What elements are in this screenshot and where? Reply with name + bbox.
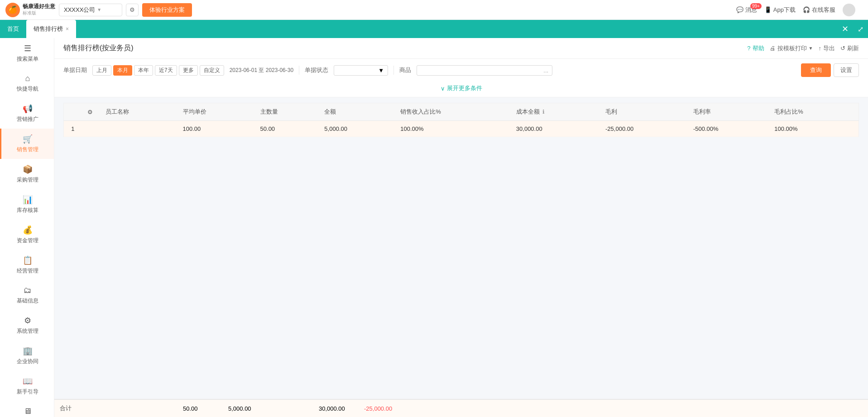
date-buttons: 上月本月本年近7天更多自定义 — [92, 65, 224, 76]
sidebar-icon-5: 📊 — [23, 195, 33, 205]
sidebar-label-1: 快捷导航 — [17, 85, 38, 93]
filter-divider2 — [393, 66, 394, 75]
export-button[interactable]: ↑ 导出 — [819, 44, 835, 53]
total-header: 全额 — [319, 103, 395, 121]
date-btn-更多[interactable]: 更多 — [179, 65, 198, 76]
rank-header — [64, 103, 82, 121]
sidebar-label-8: 基础信息 — [17, 297, 38, 305]
date-range: 2023-06-01 至 2023-06-30 — [230, 67, 293, 74]
sidebar-label-7: 经营管理 — [17, 267, 38, 275]
sidebar-item-6[interactable]: 💰资金管理 — [0, 220, 54, 250]
status-select[interactable]: ▼ — [334, 65, 388, 76]
window-close-button[interactable]: ✕ — [837, 20, 853, 38]
chevron-down-icon: ▼ — [809, 46, 813, 51]
chevron-down-icon: ∨ — [441, 85, 445, 92]
employee-header: 员工名称 — [100, 103, 177, 121]
template-print-button[interactable]: 🖨 按模板打印 ▼ — [770, 44, 813, 53]
table-container: ⚙ 员工名称 平均单价 主数量 全额 销售收入占比% 成本全额 ℹ 毛利 毛利率… — [54, 97, 868, 399]
goods-filter-label: 商品 — [399, 66, 411, 74]
footer-employee — [87, 405, 132, 412]
sales-pct-header: 销售收入占比% — [395, 103, 511, 121]
message-icon: 💬 — [736, 6, 743, 13]
export-label: 导出 — [823, 44, 835, 53]
avg-price-cell: 100.00 — [177, 121, 255, 137]
logo-icon: 🍊 — [5, 3, 20, 17]
footer-main-qty: 50.00 — [177, 405, 223, 412]
date-btn-本年[interactable]: 本年 — [134, 65, 153, 76]
logo-text: 畅康通好生意 标准版 — [23, 3, 55, 16]
page-header: 销售排行榜(按业务员) ? 帮助 🖨 按模板打印 ▼ ↑ 导出 ↺ 刷新 — [54, 38, 868, 59]
expand-conditions-button[interactable]: ∨ 展开更多条件 — [441, 84, 482, 92]
sidebar-item-5[interactable]: 📊库存核算 — [0, 189, 54, 220]
sidebar-item-10[interactable]: 🏢企业协同 — [0, 340, 54, 371]
date-btn-近7天[interactable]: 近7天 — [155, 65, 177, 76]
cost-info-icon[interactable]: ℹ — [542, 109, 545, 115]
chevron-down-icon: ▼ — [97, 7, 101, 12]
window-expand-button[interactable]: ⤢ — [853, 25, 868, 34]
logo-sub: 标准版 — [23, 10, 55, 16]
sidebar-icon-0: ☰ — [24, 43, 31, 53]
company-selector[interactable]: XXXXX公司 ▼ — [59, 4, 122, 16]
trial-button[interactable]: 体验行业方案 — [142, 3, 192, 17]
sidebar-item-4[interactable]: 📦采购管理 — [0, 159, 54, 189]
select-arrow-icon: ▼ — [378, 67, 384, 74]
sidebar-icon-8: 🗂 — [24, 286, 32, 295]
sidebar-item-7[interactable]: 📋经营管理 — [0, 250, 54, 280]
tab-home[interactable]: 首页 — [0, 20, 26, 38]
message-button[interactable]: 💬 消息 99+ — [736, 6, 757, 14]
date-btn-本月[interactable]: 本月 — [113, 65, 132, 76]
sidebar-icon-10: 🏢 — [23, 346, 33, 356]
query-button[interactable]: 查询 — [801, 63, 831, 77]
refresh-button[interactable]: ↺ 刷新 — [840, 44, 859, 53]
footer-avg-price — [132, 405, 177, 412]
refresh-label: 刷新 — [847, 44, 859, 53]
filter-settings-button[interactable]: 设置 — [834, 63, 859, 77]
export-icon: ↑ — [819, 45, 822, 52]
filter-divider — [299, 66, 299, 75]
sidebar-item-2[interactable]: 📢营销推广 — [0, 98, 54, 129]
sidebar-icon-11: 📖 — [23, 376, 33, 386]
sidebar-item-3[interactable]: 🛒销售管理 — [0, 129, 54, 159]
gross-profit-cell: -25,000.00 — [600, 121, 688, 137]
tab-sales-ranking[interactable]: 销售排行榜 × — [26, 20, 76, 38]
filter-row: 单据日期 上月本月本年近7天更多自定义 2023-06-01 至 2023-06… — [63, 63, 859, 77]
gross-profit-header: 毛利 — [600, 103, 688, 121]
sidebar-item-0[interactable]: ☰搜索菜单 — [0, 38, 54, 68]
logo-area: 🍊 畅康通好生意 标准版 — [5, 3, 55, 17]
data-table: ⚙ 员工名称 平均单价 主数量 全额 销售收入占比% 成本全额 ℹ 毛利 毛利率… — [63, 103, 859, 137]
online-service-label: 在线客服 — [812, 6, 835, 14]
sidebar-item-11[interactable]: 📖新手引导 — [0, 371, 54, 401]
date-btn-自定义[interactable]: 自定义 — [200, 65, 224, 76]
sidebar-item-12[interactable]: 🖥应用中心 — [0, 401, 54, 417]
settings-header[interactable]: ⚙ — [82, 103, 100, 121]
app-download-button[interactable]: 📱 App下载 — [764, 6, 796, 14]
template-label: 按模板打印 — [777, 44, 807, 53]
gross-rate-cell: -500.00% — [688, 121, 769, 137]
help-label: 帮助 — [753, 44, 764, 53]
sidebar-item-1[interactable]: ⌂快捷导航 — [0, 68, 54, 98]
employee-cell — [100, 121, 177, 137]
content-area: 销售排行榜(按业务员) ? 帮助 🖨 按模板打印 ▼ ↑ 导出 ↺ 刷新 — [54, 38, 868, 417]
main-layout: ☰搜索菜单⌂快捷导航📢营销推广🛒销售管理📦采购管理📊库存核算💰资金管理📋经营管理… — [0, 38, 868, 417]
sidebar-label-0: 搜索菜单 — [17, 55, 38, 63]
sidebar-item-8[interactable]: 🗂基础信息 — [0, 280, 54, 310]
nav-tabs: 首页 销售排行榜 × ✕ ⤢ — [0, 20, 868, 38]
logo-title: 畅康通好生意 — [23, 3, 55, 10]
sidebar-icon-7: 📋 — [23, 255, 33, 265]
rank-cell: 1 — [64, 121, 82, 137]
goods-select[interactable]: ... — [417, 65, 552, 76]
online-service-button[interactable]: 🎧 在线客服 — [803, 6, 835, 14]
help-button[interactable]: ? 帮助 — [747, 44, 764, 53]
sidebar-icon-9: ⚙ — [24, 316, 31, 326]
footer-sales-pct — [268, 405, 313, 412]
sidebar-item-9[interactable]: ⚙系统管理 — [0, 310, 54, 340]
date-btn-上月[interactable]: 上月 — [92, 65, 111, 76]
page-header-actions: ? 帮助 🖨 按模板打印 ▼ ↑ 导出 ↺ 刷新 — [747, 44, 859, 53]
sales-pct-cell: 100.00% — [395, 121, 511, 137]
expand-label: 展开更多条件 — [447, 84, 482, 92]
avg-price-header: 平均单价 — [177, 103, 255, 121]
main-qty-cell: 50.00 — [255, 121, 319, 137]
ellipsis-icon[interactable]: ... — [543, 67, 548, 74]
settings-icon[interactable]: ⚙ — [126, 4, 139, 16]
close-icon[interactable]: × — [66, 26, 69, 32]
